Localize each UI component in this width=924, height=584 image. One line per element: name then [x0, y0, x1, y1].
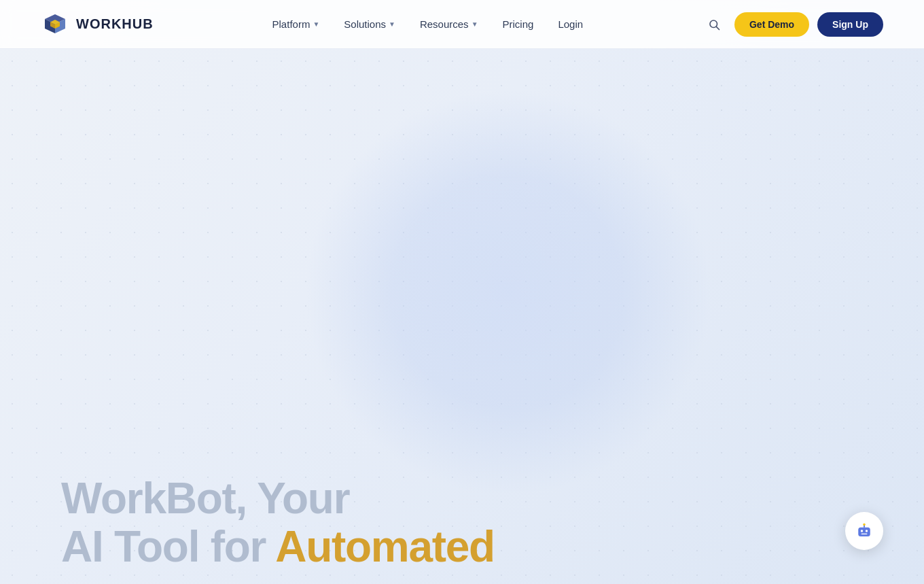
chat-widget-button[interactable] — [845, 512, 883, 550]
solutions-chevron-icon: ▼ — [389, 20, 395, 28]
nav-pricing[interactable]: Pricing — [493, 13, 544, 35]
get-demo-button[interactable]: Get Demo — [734, 12, 809, 37]
nav-links: Platform ▼ Solutions ▼ Resources ▼ Prici… — [263, 13, 593, 35]
svg-point-9 — [861, 530, 864, 532]
hero-line1: WorkBot, Your — [61, 475, 495, 522]
nav-solutions[interactable]: Solutions ▼ — [334, 13, 405, 35]
hero-content: WorkBot, Your AI Tool for Automated — [61, 475, 495, 570]
hero-line2-accent: Automated — [275, 522, 495, 571]
nav-platform[interactable]: Platform ▼ — [263, 13, 330, 35]
platform-chevron-icon: ▼ — [313, 20, 319, 28]
svg-rect-11 — [861, 534, 868, 535]
navbar: WORKHUB Platform ▼ Solutions ▼ Resources… — [0, 0, 924, 49]
hero-section: WorkBot, Your AI Tool for Automated — [0, 49, 924, 584]
svg-point-10 — [866, 530, 868, 532]
brand-name: WORKHUB — [76, 16, 154, 32]
nav-login[interactable]: Login — [548, 13, 592, 35]
logo-icon — [41, 10, 69, 39]
svg-point-13 — [863, 523, 866, 526]
nav-resources[interactable]: Resources ▼ — [410, 13, 488, 35]
nav-right: Get Demo Sign Up — [702, 12, 883, 37]
hero-line2: AI Tool for Automated — [61, 523, 495, 570]
svg-rect-8 — [858, 528, 870, 536]
sign-up-button[interactable]: Sign Up — [817, 12, 883, 37]
svg-line-7 — [716, 27, 719, 29]
resources-chevron-icon: ▼ — [472, 20, 478, 28]
logo-area[interactable]: WORKHUB — [41, 10, 154, 39]
hero-line2-gray: AI Tool for — [61, 522, 275, 571]
search-button[interactable] — [702, 12, 726, 37]
chat-bot-icon — [855, 521, 874, 540]
